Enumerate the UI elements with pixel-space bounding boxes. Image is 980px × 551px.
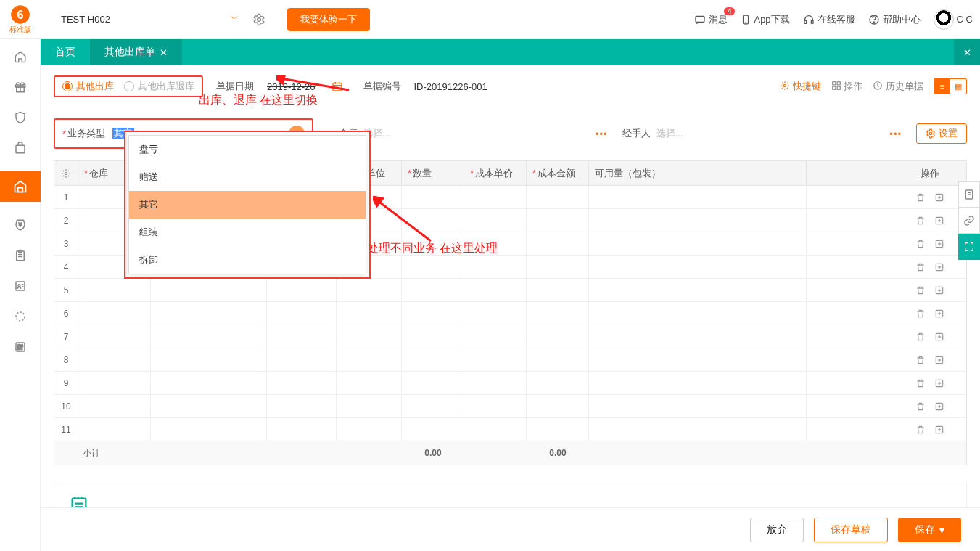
svg-point-2 [258,17,261,21]
app-download-label: App下载 [754,13,789,26]
top-right-menu: 消息 4 App下载 在线客服 帮助中心 C C [694,9,973,30]
app-download-button[interactable]: App下载 [741,13,789,26]
company-selector[interactable]: TEST-H002 ﹀ [58,9,242,30]
help-center-button[interactable]: 帮助中心 [868,13,921,26]
help-center-label: 帮助中心 [883,13,921,26]
online-service-label: 在线客服 [818,13,855,26]
logo-icon: 6 [10,4,30,25]
svg-rect-3 [696,16,704,22]
svg-rect-7 [811,20,813,23]
chevron-down-icon: ﹀ [230,12,239,25]
phone-icon [741,14,751,25]
messages-label: 消息 [709,13,728,26]
avatar [934,9,954,30]
trial-button[interactable]: 我要体验一下 [287,8,370,31]
user-name: C C [957,14,973,25]
help-icon [868,14,880,25]
top-bar: 6 标准版 TEST-H002 ﹀ 我要体验一下 消息 4 App下载 在线客 [0,0,980,39]
gear-icon[interactable] [252,13,265,26]
svg-point-9 [873,21,874,22]
online-service-button[interactable]: 在线客服 [803,13,855,26]
logo: 6 标准版 [0,4,41,35]
company-value: TEST-H002 [61,14,110,25]
message-icon [694,14,706,25]
messages-badge: 4 [724,7,736,15]
headset-icon [803,14,815,25]
edition-label: 标准版 [0,25,41,35]
messages-button[interactable]: 消息 4 [694,13,728,26]
user-menu[interactable]: C C [934,9,973,30]
svg-rect-6 [804,20,807,23]
svg-text:6: 6 [17,7,23,20]
